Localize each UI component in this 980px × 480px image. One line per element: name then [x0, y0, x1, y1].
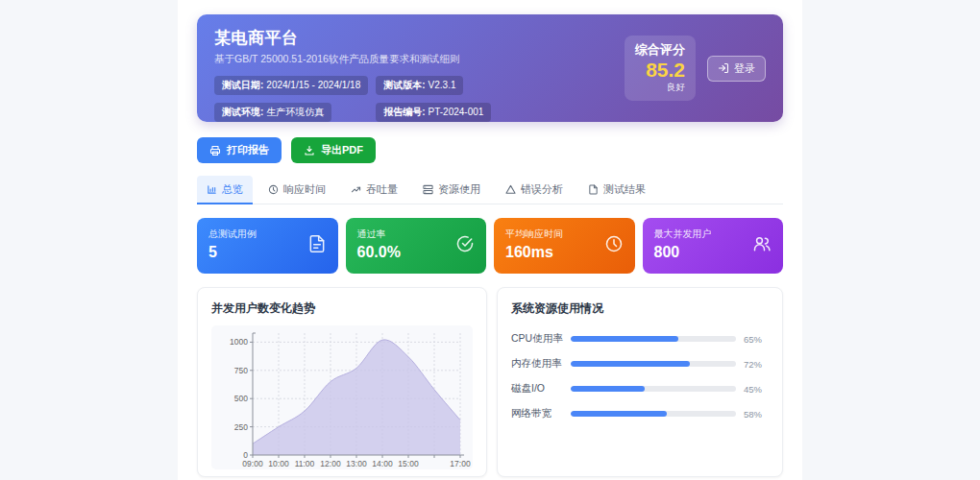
- svg-text:13:00: 13:00: [346, 459, 367, 468]
- tab-test-results[interactable]: 测试结果: [578, 176, 655, 204]
- tab-overview-label: 总览: [222, 182, 243, 197]
- resource-percent: 72%: [744, 359, 769, 370]
- trend-icon: [351, 184, 361, 195]
- tag-test-version: 测试版本:V2.3.1: [376, 76, 463, 95]
- clock-icon: [268, 184, 279, 195]
- tag-report-no: 报告编号:PT-2024-001: [376, 103, 491, 122]
- tab-response-time-label: 响应时间: [283, 182, 326, 197]
- report-header: 某电商平台 基于GB/T 25000.51-2016软件产品质量要求和测试细则 …: [197, 14, 783, 122]
- tab-error-analysis-label: 错误分析: [521, 182, 563, 197]
- concurrent-users-panel: 并发用户数变化趋势 09:0010:0011:0012:0013:0014:00…: [197, 287, 487, 477]
- svg-text:750: 750: [234, 366, 248, 375]
- svg-text:15:00: 15:00: [398, 459, 419, 468]
- progress-fill: [571, 361, 690, 367]
- print-report-button[interactable]: 打印报告: [197, 137, 282, 163]
- svg-text:250: 250: [234, 422, 248, 432]
- resource-label: 网络带宽: [511, 407, 571, 420]
- stat-card-total-cases: 总测试用例 5: [197, 218, 338, 274]
- tag-report-no-value: PT-2024-001: [429, 107, 484, 117]
- tab-response-time[interactable]: 响应时间: [258, 176, 335, 204]
- tab-resource-usage[interactable]: 资源使用: [413, 176, 490, 204]
- resource-percent: 58%: [744, 409, 769, 420]
- warning-icon: [505, 184, 516, 195]
- svg-text:12:00: 12:00: [320, 459, 341, 468]
- score-value: 85.2: [635, 59, 685, 82]
- svg-text:1000: 1000: [230, 337, 248, 347]
- resource-label: 磁盘I/O: [511, 382, 571, 396]
- tag-test-date: 测试日期:2024/1/15 - 2024/1/18: [214, 76, 368, 95]
- overall-score-box: 综合评分 85.2 良好: [625, 36, 696, 101]
- resource-row-cpu: CPU使用率 65%: [511, 332, 769, 346]
- resource-row-memory: 内存使用率 72%: [511, 357, 769, 371]
- progress-fill: [571, 386, 645, 392]
- svg-text:500: 500: [234, 394, 248, 403]
- trend-area-chart: 09:0010:0011:0012:0013:0014:0015:0017:00…: [211, 325, 473, 469]
- printer-icon: [209, 145, 221, 156]
- svg-text:10:00: 10:00: [268, 459, 289, 468]
- score-label: 综合评分: [635, 41, 685, 59]
- progress-track: [571, 386, 736, 392]
- resource-rows: CPU使用率 65% 内存使用率 72% 磁盘I/O 45% 网络带宽: [511, 332, 769, 420]
- tag-test-version-label: 测试版本:: [383, 80, 425, 90]
- report-page: 某电商平台 基于GB/T 25000.51-2016软件产品质量要求和测试细则 …: [178, 0, 802, 480]
- tag-test-date-value: 2024/1/15 - 2024/1/18: [266, 80, 360, 90]
- tag-test-date-label: 测试日期:: [222, 80, 263, 90]
- login-button[interactable]: 登录: [707, 55, 766, 81]
- tag-test-version-value: V2.3.1: [429, 80, 456, 90]
- file-icon: [588, 184, 599, 195]
- svg-text:09:00: 09:00: [242, 459, 263, 468]
- server-icon: [423, 184, 433, 195]
- trend-chart-title: 并发用户数变化趋势: [211, 300, 473, 317]
- stat-cards-row: 总测试用例 5 通过率 60.0% 平均响应时间 160ms 最大并发用户 80…: [197, 218, 783, 274]
- tag-report-no-label: 报告编号:: [383, 107, 425, 117]
- stat-card-pass-rate: 通过率 60.0%: [346, 218, 487, 274]
- tab-test-results-label: 测试结果: [603, 182, 646, 197]
- tag-test-env: 测试环境:生产环境仿真: [214, 103, 331, 122]
- svg-text:0: 0: [243, 450, 248, 460]
- tab-overview[interactable]: 总览: [197, 176, 253, 204]
- tag-test-env-label: 测试环境:: [222, 107, 263, 117]
- resource-percent: 65%: [744, 334, 769, 345]
- stat-card-avg-response: 平均响应时间 160ms: [494, 218, 635, 274]
- tab-throughput-label: 吞吐量: [366, 182, 398, 197]
- resource-row-disk: 磁盘I/O 45%: [511, 382, 769, 396]
- resource-row-network: 网络带宽 58%: [511, 407, 769, 420]
- users-icon: [752, 234, 772, 257]
- resource-label: 内存使用率: [511, 357, 571, 371]
- progress-fill: [571, 411, 667, 417]
- tag-test-env-value: 生产环境仿真: [266, 107, 324, 117]
- document-icon: [307, 234, 327, 257]
- print-report-label: 打印报告: [227, 143, 269, 157]
- svg-text:17:00: 17:00: [450, 459, 471, 468]
- export-pdf-label: 导出PDF: [321, 143, 363, 157]
- tab-error-analysis[interactable]: 错误分析: [496, 176, 573, 204]
- svg-text:11:00: 11:00: [295, 459, 315, 468]
- download-icon: [304, 145, 315, 156]
- progress-track: [571, 336, 736, 342]
- report-tabs: 总览 响应时间 吞吐量 资源使用 错误分析: [197, 176, 783, 204]
- clock-icon: [604, 234, 624, 257]
- system-resources-panel: 系统资源使用情况 CPU使用率 65% 内存使用率 72% 磁盘I/O 45%: [497, 287, 783, 477]
- score-grade: 良好: [635, 82, 685, 94]
- export-pdf-button[interactable]: 导出PDF: [291, 137, 376, 163]
- check-circle-icon: [455, 234, 475, 257]
- tab-throughput[interactable]: 吞吐量: [341, 176, 407, 204]
- svg-text:14:00: 14:00: [372, 459, 393, 468]
- login-icon: [718, 62, 729, 74]
- login-button-label: 登录: [734, 60, 755, 75]
- stat-card-max-concurrent: 最大并发用户 800: [643, 218, 784, 274]
- bottom-panels: 并发用户数变化趋势 09:0010:0011:0012:0013:0014:00…: [197, 287, 783, 477]
- progress-track: [571, 361, 736, 367]
- toolbar: 打印报告 导出PDF: [197, 137, 783, 163]
- resource-label: CPU使用率: [511, 332, 571, 346]
- bar-chart-icon: [207, 184, 217, 195]
- trend-chart: 09:0010:0011:0012:0013:0014:0015:0017:00…: [211, 325, 473, 469]
- progress-fill: [571, 336, 678, 342]
- tab-resource-usage-label: 资源使用: [438, 182, 480, 197]
- progress-track: [571, 411, 736, 417]
- resource-percent: 45%: [744, 384, 769, 395]
- resources-title: 系统资源使用情况: [511, 300, 769, 317]
